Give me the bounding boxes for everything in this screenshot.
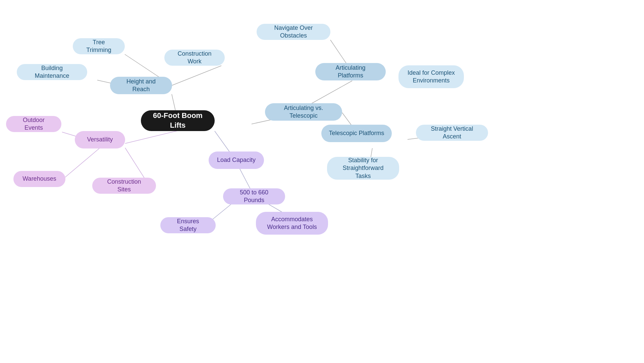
node-height-reach: Height and Reach	[110, 77, 172, 94]
node-building-maintenance: Building Maintenance	[17, 64, 87, 80]
node-accommodates: Accommodates Workers and Tools	[256, 212, 328, 235]
node-construction-work: Construction Work	[164, 50, 225, 66]
node-artic-vs-tele: Articulating vs. Telescopic	[265, 103, 342, 121]
node-telescopic-platforms: Telescopic Platforms	[321, 125, 392, 142]
node-construction-sites: Construction Sites	[92, 178, 156, 194]
node-ideal-complex: Ideal for Complex Environments	[398, 65, 464, 88]
node-load-capacity: Load Capacity	[209, 152, 264, 169]
svg-line-6	[63, 148, 100, 179]
node-straight-vertical: Straight Vertical Ascent	[416, 125, 488, 141]
svg-line-2	[172, 66, 221, 85]
center-node: 60-Foot Boom Lifts	[141, 110, 215, 131]
svg-line-4	[125, 131, 178, 143]
node-artic-platforms: Articulating Platforms	[315, 63, 386, 80]
node-ensures-safety: Ensures Safety	[160, 217, 216, 233]
node-tree-trimming: Tree Trimming	[73, 38, 125, 54]
node-stability: Stability for Straightforward Tasks	[327, 157, 399, 180]
node-versatility: Versatility	[75, 131, 125, 148]
node-warehouses: Warehouses	[13, 171, 65, 187]
node-outdoor-events: Outdoor Events	[6, 116, 61, 132]
node-500-660: 500 to 660 Pounds	[223, 188, 285, 204]
node-navigate-obstacles: Navigate Over Obstacles	[257, 24, 330, 40]
